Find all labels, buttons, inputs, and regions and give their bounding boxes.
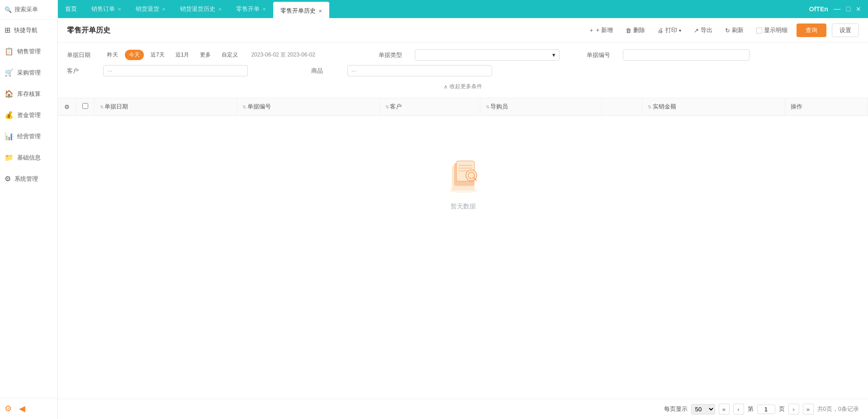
- delete-button[interactable]: 🗑 删除: [622, 24, 649, 36]
- window-maximize[interactable]: □: [846, 5, 851, 13]
- th-checkbox[interactable]: [76, 98, 94, 116]
- filter-settings-button[interactable]: 设置: [832, 24, 859, 37]
- th-guide[interactable]: 导购员: [480, 98, 602, 116]
- purchase-mgmt-icon: 🛒: [5, 68, 14, 77]
- query-button[interactable]: 查询: [797, 24, 826, 37]
- collapse-filter-button[interactable]: ∧ 收起更多条件: [67, 81, 859, 94]
- th-settings[interactable]: ⚙: [58, 98, 76, 116]
- date-btn-more[interactable]: 更多: [196, 50, 215, 60]
- window-minimize[interactable]: —: [834, 5, 841, 13]
- export-icon: ↗: [694, 27, 699, 34]
- sidebar-item-quick-nav[interactable]: ⊞快捷导航: [0, 19, 57, 41]
- doc-type-select[interactable]: ▾: [415, 49, 560, 61]
- sidebar-search[interactable]: 🔍 搜索采单: [0, 0, 57, 19]
- tab-sales-return-history[interactable]: 销货退货历史✕: [173, 0, 229, 18]
- sidebar-item-sales-mgmt[interactable]: 📋销售管理: [0, 41, 57, 62]
- export-button[interactable]: ↗ 导出: [690, 24, 716, 36]
- finance-label: 资金管理: [17, 111, 41, 119]
- data-table: ⚙ 单据日期 单据编号 客户 导购员 实销金额 操作: [58, 98, 868, 116]
- tab-label-sales-return: 销货退货: [136, 5, 159, 13]
- content-area: 零售开单历史 ＋ + 新增 🗑 删除 🖨 打印 ▾ ↗ 导出: [58, 18, 868, 419]
- table-container: ⚙ 单据日期 单据编号 客户 导购员 实销金额 操作: [58, 98, 868, 399]
- operations-icon: 📊: [5, 132, 14, 141]
- settings-bottom-icon[interactable]: ⚙: [5, 404, 12, 414]
- prev-page-button[interactable]: ‹: [733, 404, 744, 414]
- tab-label-retail-open: 零售开单: [236, 5, 260, 13]
- finance-icon: 💰: [5, 111, 14, 119]
- add-icon: ＋: [588, 26, 594, 34]
- quick-nav-icon: ⊞: [5, 26, 10, 34]
- filter-row-1: 单据日期 昨天 今天 近7天 近1月 更多 自定义 2023-06-02 至 2…: [67, 49, 859, 61]
- purchase-mgmt-label: 采购管理: [17, 69, 41, 77]
- tab-close-retail-open-history[interactable]: ✕: [318, 9, 322, 14]
- tab-home[interactable]: 首页: [58, 0, 84, 18]
- date-btn-custom[interactable]: 自定义: [218, 50, 242, 60]
- th-amount[interactable]: 实销金额: [642, 98, 785, 116]
- last-page-button[interactable]: »: [803, 404, 814, 414]
- date-btn-today[interactable]: 今天: [125, 50, 144, 60]
- inventory-icon: 🏠: [5, 89, 14, 98]
- th-doc-no[interactable]: 单据编号: [237, 98, 380, 116]
- checkbox-icon: [756, 28, 762, 33]
- page-title: 零售开单历史: [67, 26, 110, 35]
- quick-nav-label: 快捷导航: [14, 26, 38, 34]
- doc-type-chevron-icon: ▾: [552, 52, 555, 58]
- product-input[interactable]: [347, 65, 492, 76]
- sidebar-item-operations[interactable]: 📊经营管理: [0, 126, 57, 147]
- toolbar: ＋ + 新增 🗑 删除 🖨 打印 ▾ ↗ 导出 ↻: [585, 24, 859, 37]
- tab-close-sales-return[interactable]: ✕: [162, 7, 166, 12]
- tab-sales-order[interactable]: 销售订单✕: [84, 0, 128, 18]
- date-quick-select: 昨天 今天 近7天 近1月 更多 自定义: [103, 50, 242, 60]
- th-doc-date[interactable]: 单据日期: [94, 98, 237, 116]
- tab-close-retail-open[interactable]: ✕: [262, 7, 266, 12]
- display-detail-toggle[interactable]: 显示明细: [753, 24, 791, 36]
- sidebar-item-system-mgmt[interactable]: ⚙系统管理: [0, 168, 57, 189]
- select-all-checkbox[interactable]: [82, 103, 88, 109]
- pagination: 每页显示 50 10 20 100 « ‹ 第 页 › » 共0页，0条记录: [58, 399, 868, 419]
- tab-retail-open-history[interactable]: 零售开单历史✕: [273, 2, 329, 20]
- first-page-button[interactable]: «: [719, 404, 730, 414]
- next-page-button[interactable]: ›: [788, 404, 799, 414]
- sales-mgmt-icon: 📋: [5, 47, 14, 56]
- tab-label-retail-open-history: 零售开单历史: [280, 7, 316, 15]
- tab-sales-return[interactable]: 销货退货✕: [128, 0, 173, 18]
- sidebar-item-purchase-mgmt[interactable]: 🛒采购管理: [0, 62, 57, 83]
- tab-bar-right: OfTEn — □ ×: [809, 5, 868, 14]
- page-label: 页: [779, 405, 785, 413]
- inventory-label: 库存核算: [17, 90, 41, 98]
- tab-close-sales-order[interactable]: ✕: [118, 7, 121, 12]
- brand-name: OfTEn: [809, 5, 828, 13]
- sidebar-item-basic-info[interactable]: 📁基础信息: [0, 147, 57, 168]
- collapse-sidebar-icon[interactable]: ◀: [19, 404, 25, 414]
- total-info: 共0页，0条记录: [817, 405, 859, 413]
- product-label: 商品: [311, 67, 338, 75]
- sidebar-item-inventory[interactable]: 🏠库存核算: [0, 83, 57, 104]
- date-btn-7days[interactable]: 近7天: [147, 50, 169, 60]
- tab-label-home: 首页: [65, 5, 77, 13]
- window-close[interactable]: ×: [856, 5, 861, 14]
- page-number-input[interactable]: [757, 405, 775, 414]
- basic-info-icon: 📁: [5, 153, 14, 162]
- refresh-icon: ↻: [725, 27, 730, 34]
- empty-illustration: [441, 152, 486, 197]
- refresh-button[interactable]: ↻ 刷新: [721, 24, 747, 36]
- add-button[interactable]: ＋ + 新增: [585, 24, 617, 36]
- sidebar-item-finance[interactable]: 💰资金管理: [0, 104, 57, 126]
- per-page-select[interactable]: 50 10 20 100: [691, 404, 715, 414]
- tab-retail-open[interactable]: 零售开单✕: [229, 0, 273, 18]
- th-customer[interactable]: 客户: [379, 98, 480, 116]
- per-page-label: 每页显示: [664, 405, 688, 413]
- sales-mgmt-label: 销售管理: [17, 47, 41, 56]
- print-button[interactable]: 🖨 打印 ▾: [654, 24, 685, 36]
- date-btn-1month[interactable]: 近1月: [171, 50, 194, 60]
- doc-no-input[interactable]: [623, 49, 749, 61]
- date-btn-yesterday[interactable]: 昨天: [103, 50, 122, 60]
- sidebar-nav: ⊞快捷导航📋销售管理🛒采购管理🏠库存核算💰资金管理📊经营管理📁基础信息⚙系统管理: [0, 19, 57, 189]
- customer-input[interactable]: [103, 65, 248, 76]
- search-icon: 🔍: [5, 6, 12, 13]
- date-range-display: 2023-06-02 至 2023-06-02: [251, 51, 315, 59]
- tab-bar: 首页销售订单✕销货退货✕销货退货历史✕零售开单✕零售开单历史✕ OfTEn — …: [58, 0, 868, 18]
- operations-label: 经营管理: [17, 132, 41, 141]
- tab-close-sales-return-history[interactable]: ✕: [218, 7, 222, 12]
- tabs-container: 首页销售订单✕销货退货✕销货退货历史✕零售开单✕零售开单历史✕: [58, 0, 329, 18]
